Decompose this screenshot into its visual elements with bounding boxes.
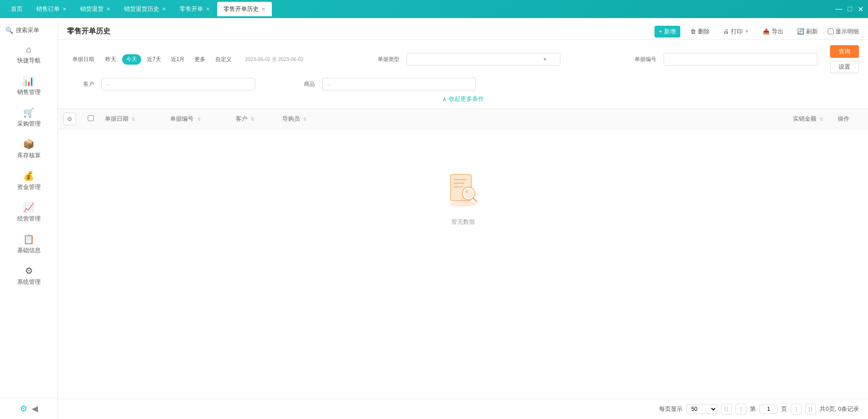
main-layout: 🔍 搜索采单 ⌂ 快捷导航 📊 销售管理 🛒 采购管理 📦 库存核算 💰 资金管… [0,18,868,419]
number-sort-icon[interactable]: ⇅ [197,117,201,122]
refresh-button[interactable]: 🔄 刷新 [793,26,821,38]
tab-retail-open-history[interactable]: 零售开单历史✕ [217,2,272,16]
prev-page-btn[interactable]: ⟨ [735,404,746,414]
tab-close-sales-return-history[interactable]: ✕ [162,6,166,12]
delete-button[interactable]: 🗑 删除 [687,26,713,38]
data-table: ⚙ 单据日期 ⇅ 单据编号 ⇅ [58,109,868,129]
export-icon: 📤 [763,28,770,35]
sidebar-item-purchase-mgmt[interactable]: 🛒 采购管理 [0,102,57,133]
sidebar-item-quick-nav[interactable]: ⌂ 快捷导航 [0,39,57,70]
tab-close-retail-open-history[interactable]: ✕ [261,6,266,12]
sidebar-item-system[interactable]: ⚙ 系统管理 [0,260,57,292]
export-button[interactable]: 📤 导出 [759,26,787,38]
sidebar-icon-operations: 📈 [23,202,34,213]
tab-close-sales-return[interactable]: ✕ [106,6,110,12]
query-button[interactable]: 查询 [830,45,859,58]
sidebar-search[interactable]: 🔍 搜索采单 [0,22,57,39]
select-all-checkbox[interactable] [88,115,94,121]
add-label: 新增 [664,28,676,36]
show-detail-label: 显示明细 [835,28,859,36]
add-icon: + [659,28,663,35]
th-number: 单据编号 ⇅ [165,109,230,129]
sidebar-label-purchase-mgmt: 采购管理 [17,120,41,128]
table-header-row: ⚙ 单据日期 ⇅ 单据编号 ⇅ [58,109,868,129]
th-checkbox[interactable] [81,109,100,129]
date-btn-last1m[interactable]: 近1月 [167,54,189,65]
collapse-icon[interactable]: ◀ [32,404,38,414]
empty-illustration [441,165,486,211]
type-select[interactable]: ▼ [407,53,560,66]
date-sort-icon[interactable]: ⇅ [132,117,135,122]
empty-text: 暂无数据 [451,218,475,226]
sidebar: 🔍 搜索采单 ⌂ 快捷导航 📊 销售管理 🛒 采购管理 📦 库存核算 💰 资金管… [0,18,58,419]
add-button[interactable]: + 新增 [655,26,681,38]
collapse-btn[interactable]: ∧ 收起更多条件 [442,95,484,103]
customer-sort-icon[interactable]: ⇅ [251,117,254,122]
sidebar-item-finance[interactable]: 💰 资金管理 [0,165,57,197]
tab-close-sales-order[interactable]: ✕ [62,6,66,12]
sidebar-item-inventory[interactable]: 📦 库存核算 [0,133,57,165]
th-guide: 导购员 ⇅ [277,109,333,129]
next-page-btn[interactable]: ⟩ [791,404,802,414]
date-btn-yesterday[interactable]: 昨天 [101,54,120,65]
tab-home[interactable]: 首页 [5,2,29,16]
th-customer: 客户 ⇅ [230,109,277,129]
th-guide-label: 导购员 [282,115,300,122]
tab-retail-open[interactable]: 零售开单✕ [173,2,216,16]
th-customer-label: 客户 [236,115,247,122]
sidebar-item-base-info[interactable]: 📋 基础信息 [0,228,57,260]
top-bar: 首页销售订单✕销货退货✕销货退货历史✕零售开单✕零售开单历史✕ — □ ✕ [0,0,868,18]
sidebar-label-inventory: 库存核算 [17,151,41,160]
filter-row-1: 单据日期 昨天今天近7天近1月更多自定义 2023-06-02 至 2023-0… [67,45,859,73]
date-btn-custom[interactable]: 自定义 [211,54,236,65]
first-page-btn[interactable]: ⟨⟨ [721,404,732,414]
th-settings[interactable]: ⚙ [58,109,81,129]
minimize-btn[interactable]: — [835,5,842,13]
number-input[interactable] [664,53,817,66]
filter-area: 单据日期 昨天今天近7天近1月更多自定义 2023-06-02 至 2023-0… [58,40,868,109]
type-label: 单据类型 [372,56,399,63]
pagination: 每页显示 50 100 200 ⟨⟨ ⟨ 第 页 ⟩ ⟩⟩ 共0页, 0条记录 [58,399,868,419]
amount-sort-icon[interactable]: ⇅ [820,117,823,122]
date-btn-more[interactable]: 更多 [190,54,209,65]
column-settings-btn[interactable]: ⚙ [63,113,76,125]
last-page-btn[interactable]: ⟩⟩ [805,404,816,414]
sidebar-label-base-info: 基础信息 [17,246,41,254]
guide-sort-icon[interactable]: ⇅ [303,117,307,122]
show-detail-toggle[interactable]: 显示明细 [828,28,859,36]
th-amount-label: 实销金额 [793,115,816,122]
sidebar-item-sales-mgmt[interactable]: 📊 销售管理 [0,70,57,102]
settings-form-button[interactable]: 设置 [830,61,859,73]
filter-row-2: 客户 ··· 商品 ··· [67,78,859,90]
goods-input[interactable]: ··· [322,78,476,90]
print-label: 打印 [731,28,743,36]
close-btn[interactable]: ✕ [858,5,863,14]
type-dropdown-icon: ▼ [542,56,547,62]
page-input[interactable] [759,405,778,414]
tab-label-sales-return-history: 销货退货历史 [124,5,159,13]
tab-close-retail-open[interactable]: ✕ [206,6,210,12]
customer-input[interactable]: ··· [101,78,255,90]
tab-sales-order[interactable]: 销售订单✕ [30,2,73,16]
total-info: 共0页, 0条记录 [820,405,859,413]
page-header: 零售开单历史 + 新增 🗑 删除 🖨 打印 ▼ 📤 导出 [58,18,868,40]
page-size-select[interactable]: 50 100 200 [686,404,717,414]
page-label-pre: 第 [750,405,756,413]
tab-sales-return-history[interactable]: 销货退货历史✕ [118,2,172,16]
refresh-icon: 🔄 [797,28,804,35]
print-button[interactable]: 🖨 打印 ▼ [720,26,753,38]
sidebar-items: ⌂ 快捷导航 📊 销售管理 🛒 采购管理 📦 库存核算 💰 资金管理 📈 经营管… [0,39,57,292]
date-btn-today[interactable]: 今天 [122,54,141,65]
settings-icon[interactable]: ⚙ [20,404,27,414]
collapse-icon: ∧ [442,96,447,103]
th-action-label: 操作 [838,115,849,122]
maximize-btn[interactable]: □ [848,5,852,13]
sidebar-search-label: 搜索采单 [16,26,39,34]
date-btn-last7[interactable]: 近7天 [143,54,165,65]
show-detail-checkbox[interactable] [828,28,834,34]
th-spacer [332,109,761,129]
tab-sales-return[interactable]: 销货退货✕ [74,2,117,16]
th-date: 单据日期 ⇅ [100,109,165,129]
page-title: 零售开单历史 [67,27,110,36]
sidebar-item-operations[interactable]: 📈 经营管理 [0,197,57,228]
